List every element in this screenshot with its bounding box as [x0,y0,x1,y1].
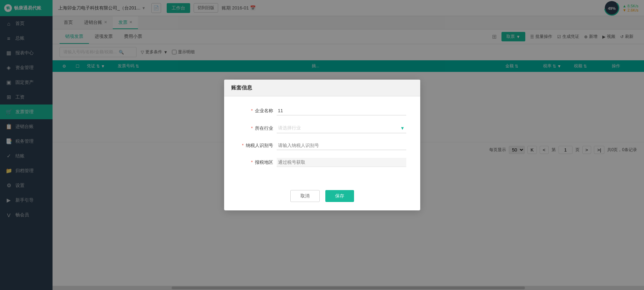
account-info-modal: 账套信息 * 企业名称 * 所在行业 请选择行业 ▼ [224,80,420,210]
company-name-input[interactable] [277,106,406,115]
cancel-button[interactable]: 取消 [290,190,320,202]
industry-label: * 所在行业 [238,125,277,131]
industry-select[interactable]: 请选择行业 ▼ [277,123,406,133]
modal-overlay[interactable]: 账套信息 * 企业名称 * 所在行业 请选择行业 ▼ [0,0,644,290]
modal-footer: 取消 保存 [224,184,420,210]
tax-id-input[interactable] [277,141,406,150]
save-button[interactable]: 保存 [325,190,354,202]
form-row-tax-region: * 报税地区 [238,158,406,167]
form-row-industry: * 所在行业 请选择行业 ▼ [238,123,406,133]
company-name-label: * 企业名称 [238,108,277,114]
tax-id-label: * 纳税人识别号 [238,142,277,149]
tax-region-label: * 报税地区 [238,159,277,166]
form-row-company: * 企业名称 [238,106,406,115]
industry-dropdown-icon: ▼ [400,126,405,131]
tax-region-input [277,158,406,167]
form-row-tax-id: * 纳税人识别号 [238,141,406,150]
modal-body: * 企业名称 * 所在行业 请选择行业 ▼ * [224,96,420,184]
modal-header: 账套信息 [224,80,420,96]
